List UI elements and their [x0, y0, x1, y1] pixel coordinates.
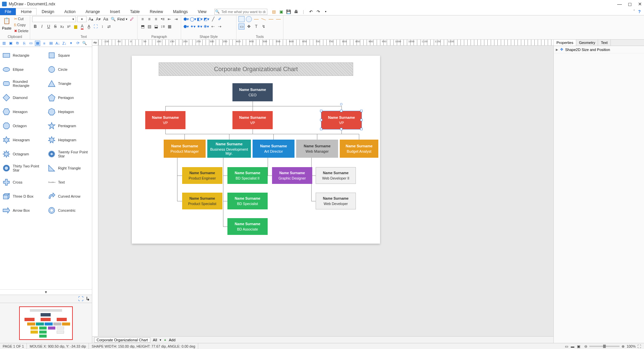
org-node[interactable]: Name SurnameBD Specialist II	[227, 167, 268, 184]
org-node[interactable]: Name SurnameBusiness Development Mgr.	[207, 140, 251, 158]
draw-line-icon[interactable]	[253, 16, 259, 22]
find-icon[interactable]: 🔍	[110, 16, 116, 22]
shape-item-pentagon[interactable]: Pentagon	[47, 91, 91, 104]
page-tab-all-dropdown-icon[interactable]: ▾	[160, 338, 161, 342]
lt-del-icon[interactable]: ▭	[28, 41, 34, 46]
shadow2-icon[interactable]: ◧▾	[197, 16, 203, 22]
shape-item-ellipse[interactable]: Ellipse	[1, 63, 45, 76]
shape-item-diamond[interactable]: Diamond	[1, 91, 45, 104]
org-node[interactable]: Name SurnameCEO	[232, 83, 273, 101]
shape-item-octagon[interactable]: Octagon	[1, 119, 45, 132]
cut-button[interactable]: Cut	[18, 17, 23, 21]
org-node[interactable]: Name SurnameArt Director	[253, 140, 294, 158]
page-thumbnail[interactable]	[19, 306, 73, 340]
horizontal-ruler[interactable]: -100-50050100150200250300350400450500550…	[98, 40, 553, 46]
connector[interactable]	[229, 134, 229, 140]
shape-item-box3d[interactable]: Three D Box	[1, 190, 45, 203]
lt-list-icon[interactable]: ≡	[42, 41, 47, 46]
qat-save-icon[interactable]: 💾	[286, 9, 291, 14]
eyedropper-icon[interactable]: ✐	[217, 16, 223, 22]
connector[interactable]	[177, 158, 177, 201]
help-icon[interactable]: ?	[638, 9, 641, 14]
paste-button[interactable]: Paste	[2, 26, 11, 30]
connector[interactable]	[273, 134, 274, 140]
connector[interactable]	[223, 176, 227, 176]
lt-sort-az-icon[interactable]: A↓	[55, 41, 60, 46]
tab-table[interactable]: Table	[125, 8, 145, 15]
connector[interactable]	[223, 158, 223, 227]
connector[interactable]	[317, 134, 317, 140]
page-tab-current[interactable]: Corporate Organizational Chart	[94, 337, 150, 343]
pointer-tool-icon[interactable]: ▭	[238, 23, 245, 30]
find-dropdown-icon[interactable]: ▾	[126, 17, 127, 21]
arrow-end-icon[interactable]: ⇢	[217, 23, 223, 30]
qat-open-icon[interactable]: ▣	[279, 9, 284, 14]
connector[interactable]	[165, 106, 341, 106]
bullet-list-icon[interactable]: •≡	[160, 16, 166, 22]
subscript-button[interactable]: x₂	[59, 23, 65, 30]
draw-curve-icon[interactable]	[268, 16, 274, 22]
lt-filter-icon[interactable]: ▾	[68, 41, 74, 46]
lt-open-icon[interactable]: ▣	[8, 41, 13, 46]
align-left-icon[interactable]: ≡	[140, 16, 146, 22]
shape-item-cross[interactable]: Cross	[1, 176, 45, 189]
shadow-icon[interactable]: A̲	[86, 23, 92, 30]
org-node[interactable]: Name SurnameGraphic Designer	[272, 167, 312, 184]
line-spacing-icon[interactable]: ↕≡	[160, 23, 166, 30]
shape-item-heptagon[interactable]: Heptagon	[47, 105, 91, 118]
qat-new-icon[interactable]: ▤	[271, 9, 277, 14]
connector[interactable]	[223, 201, 227, 201]
shape-item-rrect[interactable]: Rounded Rectangle	[1, 77, 45, 90]
window-close-icon[interactable]: ✕	[638, 1, 642, 7]
ribbon-collapse-icon[interactable]: ˆ	[634, 9, 635, 14]
org-node[interactable]: Name SurnameVP	[321, 111, 362, 129]
line-style-icon[interactable]: ╱	[210, 16, 216, 22]
selection-handle[interactable]	[320, 119, 322, 121]
font-size-combo[interactable]: ▾	[77, 16, 87, 22]
connector[interactable]	[177, 176, 182, 176]
window-minimize-icon[interactable]: —	[617, 1, 622, 7]
draw-ellipse-icon[interactable]	[246, 16, 252, 22]
draw-arc-icon[interactable]	[260, 15, 267, 23]
qat-undo-icon[interactable]: ↶	[308, 9, 314, 14]
zoom-slider[interactable]	[589, 346, 620, 347]
tab-file[interactable]: File	[0, 8, 16, 15]
font-color-icon[interactable]: A	[79, 23, 85, 30]
connector-tool-icon[interactable]: ↯	[261, 23, 267, 30]
find-button[interactable]: Find	[117, 17, 124, 21]
theme-fill-icon[interactable]: ⬣▾	[183, 23, 189, 30]
connector[interactable]	[184, 134, 359, 134]
bold-button[interactable]: B	[32, 23, 38, 30]
align-right-icon[interactable]: ≡	[153, 16, 159, 22]
font-family-combo[interactable]: ▾	[32, 16, 76, 22]
tell-me-search[interactable]: 🔍	[214, 9, 267, 15]
org-node[interactable]: Name SurnameVP	[145, 111, 185, 129]
selection-handle[interactable]	[340, 128, 342, 130]
shape-item-triangle[interactable]: Triangle	[47, 77, 91, 90]
shape-item-star24[interactable]: Twenty Four Point Star	[47, 148, 91, 160]
tab-review[interactable]: Review	[145, 8, 168, 15]
qat-print-icon[interactable]: 🖶	[293, 9, 299, 14]
add-page-button[interactable]: Add	[169, 338, 176, 342]
theme-stroke-icon[interactable]: ✦▾	[190, 23, 196, 30]
shape-item-text[interactable]: Double click and type your textText	[47, 176, 91, 189]
org-node[interactable]: Name SurnameProduct Manager	[164, 140, 206, 158]
change-case-icon[interactable]: Aa	[103, 16, 109, 22]
shape-item-rect[interactable]: Rectangle	[1, 49, 45, 62]
align-top-icon[interactable]: ⬒	[140, 23, 146, 30]
page-tab-all[interactable]: All	[153, 338, 157, 342]
connector[interactable]	[341, 134, 359, 134]
copy-icon[interactable]: ⎘	[14, 23, 16, 27]
align-bot-icon[interactable]: ⬓	[153, 23, 159, 30]
decrease-font-icon[interactable]: A▾	[95, 16, 101, 22]
prop-tab-text[interactable]: Text	[598, 40, 610, 46]
zoom-fit-icon[interactable]: ⛶	[638, 344, 641, 348]
vertical-ruler[interactable]	[92, 46, 98, 336]
shape-item-pentagram[interactable]: Pentagram	[47, 119, 91, 132]
rotation-handle[interactable]	[340, 103, 342, 105]
view-normal-icon[interactable]: ▭	[564, 344, 570, 348]
org-node[interactable]: Name SurnameWeb Manager	[296, 140, 338, 158]
pan-mode-icon[interactable]: ⛶	[78, 296, 84, 302]
zoom-in-icon[interactable]: ⊕	[622, 344, 625, 348]
selection-handle[interactable]	[320, 128, 322, 130]
